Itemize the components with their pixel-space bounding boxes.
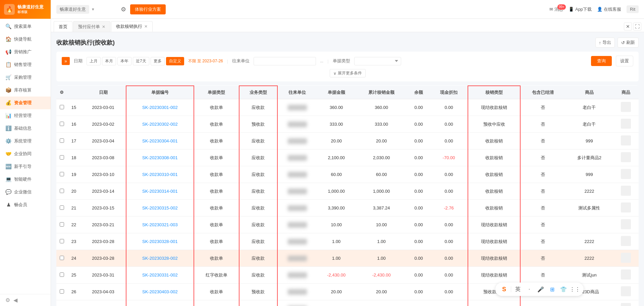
cell-settings[interactable] [56,99,67,116]
sidebar-item-capital[interactable]: 💰 资金管理 [0,97,51,109]
sidebar-item-purchase[interactable]: 🛒 采购管理 [0,71,51,84]
cell-accum-cancel: 3,387.24 [356,200,407,217]
dot-icon[interactable]: · [525,285,534,294]
shirt-icon[interactable]: 👕 [559,285,568,294]
table-row[interactable]: 19 2023-03-10 SK-20230310-001 收款单 应收款 ██… [56,166,639,183]
cell-settings[interactable] [56,149,67,166]
sidebar-item-search[interactable]: 🔍 搜索菜单 [0,20,51,33]
date-this-month[interactable]: 本月 [102,57,116,65]
topbar-gear-icon[interactable]: ⚙ [121,6,126,13]
query-button[interactable]: 查询 [591,56,612,66]
partner-input[interactable] [254,57,316,65]
sidebar-item-quicknav[interactable]: 🏠 快捷导航 [0,33,51,46]
refresh-button[interactable]: ↺ 刷新 [618,38,639,48]
cell-bill-no[interactable]: SK-20230314-001 [126,183,194,200]
sidebar-item-marketing[interactable]: 📢 营销推广 [0,46,51,58]
cell-bill-type: 收款单 [194,284,239,300]
online-service-button[interactable]: 👤 在线客服 [597,6,621,12]
tab-prepay[interactable]: 预付应付单 ✕ [73,21,110,32]
cell-bill-no[interactable]: SK-20230315-002 [126,200,194,217]
settings-bottom-icon[interactable]: ⚙ [5,297,10,303]
table-row[interactable]: 17 2023-03-04 SK-20230304-001 收款单 应收款 ██… [56,133,639,149]
floating-toolbar: S 英 · 🎤 ⊞ 👕 ⋮⋮ [495,283,584,296]
cell-partner: ██████ [277,250,317,267]
cell-bill-no[interactable]: SK-20230321-003 [126,217,194,233]
table-row[interactable]: 20 2023-03-14 SK-20230314-001 收款单 应收款 ██… [56,183,639,200]
collapse-icon[interactable]: ◀ [13,297,17,303]
grid-icon[interactable]: ⊞ [547,285,557,294]
tab-prepay-close-icon[interactable]: ✕ [102,24,105,29]
sidebar-item-basic[interactable]: ℹ️ 基础信息 [0,122,51,135]
date-this-year[interactable]: 本年 [117,57,131,65]
filter-more-icon[interactable]: ... [320,59,323,63]
brand-arrow-icon[interactable]: ▾ [92,7,94,12]
cell-bill-no[interactable]: SK-20230310-001 [126,166,194,183]
tab-home[interactable]: 首页 [54,21,72,32]
english-icon[interactable]: 英 [513,285,523,294]
sidebar-item-member[interactable]: ♟ 畅会员 [0,198,51,211]
messages-button[interactable]: ✉ 消息 99+ [549,6,563,12]
cell-settings[interactable] [56,250,67,267]
tab-receipts[interactable]: 收款核销执行 ✕ [111,21,153,32]
date-last-month[interactable]: 上月 [87,57,101,65]
date-more[interactable]: 更多 [151,57,165,65]
cell-bill-no[interactable]: SK-20230328-001 [126,233,194,250]
cell-bill-no[interactable]: SK-20230331-002 [126,267,194,284]
col-settings[interactable]: ⚙ [56,86,67,99]
cell-settings[interactable] [56,267,67,284]
cell-partner: ██████ [277,233,317,250]
sidebar-item-guide[interactable]: 🆕 新手引导 [0,160,51,173]
sidebar-item-corp[interactable]: 🤝 企业协同 [0,147,51,160]
sidebar-item-wechat[interactable]: 💬 企业微信 [0,186,51,198]
cell-settings[interactable] [56,284,67,300]
table-row[interactable]: 23 2023-03-28 SK-20230328-001 收款单 应收款 ██… [56,233,639,250]
cell-settings[interactable] [56,183,67,200]
app-download-button[interactable]: 📱 App下载 [569,6,592,12]
apps-icon[interactable]: ⋮⋮ [570,285,580,294]
user-info[interactable]: Rit [627,5,639,13]
date-7days[interactable]: 近7天 [133,57,149,65]
cell-goods-img [613,116,639,133]
brand-text: 畅康道好生意 [56,5,89,14]
filter-toggle-button[interactable]: » [62,57,70,65]
mic-icon[interactable]: 🎤 [536,285,545,294]
tab-receipts-close-icon[interactable]: ✕ [144,24,148,29]
sidebar-item-sales[interactable]: 📋 销售管理 [0,58,51,71]
cell-settings[interactable] [56,217,67,233]
cell-bill-no[interactable]: SK-20230328-002 [126,250,194,267]
cell-settings[interactable] [56,133,67,149]
table-row[interactable]: 21 2023-03-15 SK-20230315-002 收款单 应收款 ██… [56,200,639,217]
table-row[interactable]: 22 2023-03-21 SK-20230321-003 收款单 应收款 ██… [56,217,639,233]
date-custom[interactable]: 自定义 [166,57,184,65]
cell-bill-no[interactable]: SK-20230308-001 [126,149,194,166]
sougou-icon[interactable]: S [499,285,509,294]
table-row[interactable]: 15 2023-03-01 SK-20230301-002 收款单 应收款 ██… [56,99,639,116]
table-row[interactable]: 27 2023-04-08 SK-20230408-001 收款单 应收款 ██… [56,300,639,306]
tab-close-button[interactable]: ✕ [624,22,632,30]
sidebar-item-hardware[interactable]: 💻 智能硬件 [0,173,51,186]
cell-bill-no[interactable]: SK-20230403-002 [126,284,194,300]
tab-expand-button[interactable]: ⛶ [633,22,641,30]
table-row[interactable]: 16 2023-03-02 SK-20230302-002 收款单 预收款 ██… [56,116,639,133]
sidebar-item-system[interactable]: ⚙️ 系统管理 [0,135,51,147]
cell-bill-no[interactable]: SK-20230304-001 [126,133,194,149]
export-button[interactable]: ↑ 导出 [595,38,615,48]
settings-button[interactable]: 设置 [616,56,633,66]
cell-bill-no[interactable]: SK-20230301-002 [126,99,194,116]
cell-settings[interactable] [56,233,67,250]
cell-bill-no[interactable]: SK-20230302-002 [126,116,194,133]
table-row[interactable]: 18 2023-03-08 SK-20230308-001 收款单 应收款 ██… [56,149,639,166]
cell-settings[interactable] [56,166,67,183]
cell-settings[interactable] [56,116,67,133]
table-row[interactable]: 25 2023-03-31 SK-20230331-002 红字收款单 应收款 … [56,267,639,284]
topbar-brand: 畅康道好生意 ▾ [56,5,117,14]
expand-conditions-button[interactable]: ∨ 展开更多条件 [330,69,366,77]
sidebar-item-inventory[interactable]: 📦 库存核算 [0,84,51,97]
cell-bill-no[interactable]: SK-20230408-001 [126,300,194,306]
bill-type-select[interactable] [354,57,401,65]
cell-settings[interactable] [56,300,67,306]
table-row[interactable]: 24 2023-03-28 SK-20230328-002 收款单 应收款 ██… [56,250,639,267]
cell-settings[interactable] [56,200,67,217]
sidebar-item-operation[interactable]: 📊 经营管理 [0,109,51,122]
solution-button[interactable]: 体验行业方案 [130,4,166,14]
